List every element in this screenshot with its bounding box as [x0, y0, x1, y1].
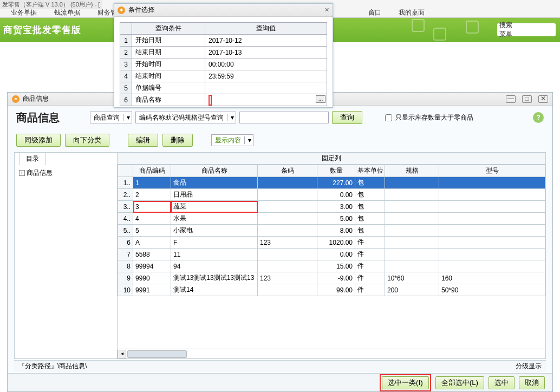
table-row[interactable]: 1..1食品227.00包 — [118, 177, 545, 189]
brand-text: 商贸宝批发零售版 — [3, 24, 81, 36]
menu-item[interactable]: 钱流单据 — [45, 8, 89, 17]
table-row[interactable]: 8999949415.00件 — [118, 260, 545, 272]
product-info-title: 商品信息 — [23, 94, 49, 103]
table-row[interactable]: 6AF1231020.00件 — [118, 237, 545, 249]
content-area: 目录 + 商品信息 固定列 商品编码商品名称条码数量基本单位规格型号 1. — [14, 152, 546, 359]
menu-item[interactable]: 我的桌面 — [390, 8, 433, 17]
search-bar: 商品信息 商品查询▾ 编码名称助记码规格型号查询▾ 查询 只显示库存数量大于零商… — [8, 106, 552, 129]
table-row[interactable]: 5..5小家电8.00包 — [118, 225, 545, 237]
select-all-button[interactable]: 全部选中(L) — [435, 376, 484, 389]
query-type-combo[interactable]: 商品查询▾ — [90, 112, 132, 123]
table-row[interactable]: 99990测试13测试13测试13测试13123-9.00件10*60160 — [118, 272, 545, 284]
maximize-button[interactable]: □ — [522, 95, 532, 103]
close-icon[interactable]: ✕ — [324, 6, 329, 14]
menu-search[interactable]: 搜索菜单 — [497, 23, 556, 36]
chevron-down-icon[interactable]: ▾ — [227, 114, 236, 121]
tab-directory[interactable]: 目录 — [19, 152, 46, 165]
level-display-label[interactable]: 分级显示 — [516, 362, 542, 371]
window-icon: ✶ — [12, 95, 19, 103]
ellipsis-highlight: ... — [209, 95, 212, 106]
path-text: 『分类路径』\商品信息\ — [18, 362, 87, 371]
add-same-level-button[interactable]: 同级添加 — [16, 134, 61, 147]
condition-dialog-title: 条件选择 — [128, 5, 154, 15]
menu-item[interactable]: 窗口 — [360, 8, 390, 17]
select-button[interactable]: 选中 — [489, 376, 515, 389]
condition-dialog-titlebar[interactable]: ✶ 条件选择 ✕ — [114, 4, 333, 17]
close-button[interactable]: ✕ — [538, 95, 548, 103]
bottom-action-bar: 选中一类(I) 全部选中(L) 选中 取消 — [8, 373, 552, 391]
expand-icon[interactable]: + — [19, 170, 25, 176]
category-sidebar: 目录 + 商品信息 — [15, 153, 118, 358]
search-label: 搜索菜单 — [497, 21, 519, 39]
table-row[interactable]: 109991测试1499.00件20050*90 — [118, 284, 545, 296]
table-row[interactable]: 2..2日用品0.00包 — [118, 189, 545, 201]
product-grid[interactable]: 商品编码商品名称条码数量基本单位规格型号 1..1食品227.00包 2..2日… — [118, 165, 545, 296]
table-row[interactable]: 3..3蔬菜3.00包 — [118, 201, 545, 213]
cancel-button[interactable]: 取消 — [519, 376, 545, 389]
help-icon[interactable]: ? — [533, 112, 544, 123]
minimize-button[interactable]: — — [506, 95, 516, 103]
fixed-columns-header: 固定列 — [118, 153, 545, 165]
tree-root-node[interactable]: + 商品信息 — [19, 168, 113, 178]
display-content-combo[interactable]: 显示内容▾ — [211, 134, 253, 146]
query-input[interactable] — [239, 112, 329, 123]
chevron-down-icon[interactable]: ▾ — [244, 136, 253, 144]
chevron-down-icon[interactable]: ▾ — [123, 114, 132, 121]
dialog-icon: ✶ — [118, 6, 125, 14]
nonzero-checkbox[interactable] — [385, 114, 392, 121]
product-info-window: ✶ 商品信息 — □ ✕ 商品信息 商品查询▾ 编码名称助记码规格型号查询▾ 查… — [7, 92, 553, 392]
condition-table: 查询条件 查询值 1开始日期2017-10-12 2结束日期2017-10-13… — [120, 22, 327, 106]
query-button[interactable]: 查询 — [332, 111, 362, 124]
table-row[interactable]: 75588110.00件 — [118, 249, 545, 260]
scroll-left-icon[interactable]: ◂ — [118, 350, 126, 358]
grid-header-row: 商品编码商品名称条码数量基本单位规格型号 — [118, 165, 545, 177]
grid-scrollbar[interactable]: ◂ — [118, 349, 545, 358]
table-row[interactable]: 4..4水果5.00包 — [118, 213, 545, 225]
edit-button[interactable]: 编辑 — [128, 134, 158, 147]
delete-button[interactable]: 删除 — [162, 134, 193, 147]
condition-header: 查询条件 — [132, 23, 205, 35]
menu-item[interactable]: 业务单据 — [2, 8, 45, 17]
page-title: 商品信息 — [16, 110, 60, 125]
scroll-thumb[interactable] — [127, 350, 187, 358]
app-title-stub: 发零售（客户端 V 13.0） (50用户) - [ — [0, 0, 102, 9]
select-category-highlight: 选中一类(I) — [380, 374, 431, 391]
path-bar: 『分类路径』\商品信息\ 分级显示 — [14, 360, 546, 372]
value-header: 查询值 — [205, 23, 327, 35]
query-field-combo[interactable]: 编码名称助记码规格型号查询▾ — [135, 112, 236, 123]
condition-dialog: ✶ 条件选择 ✕ 查询条件 查询值 1开始日期2017-10-12 2结束日期2… — [114, 3, 333, 108]
action-bar: 同级添加 向下分类 编辑 删除 显示内容▾ — [8, 129, 552, 151]
tree-root-label: 商品信息 — [27, 168, 53, 178]
nonzero-label: 只显示库存数量大于零商品 — [395, 113, 473, 122]
menu-search-input[interactable] — [519, 26, 556, 34]
product-grid-wrap: 固定列 商品编码商品名称条码数量基本单位规格型号 1..1食品227.00包 2… — [118, 153, 545, 358]
add-sub-level-button[interactable]: 向下分类 — [65, 134, 109, 147]
ellipsis-button[interactable]: ... — [316, 95, 325, 103]
select-category-button[interactable]: 选中一类(I) — [382, 376, 429, 389]
category-tree: + 商品信息 — [15, 165, 117, 181]
